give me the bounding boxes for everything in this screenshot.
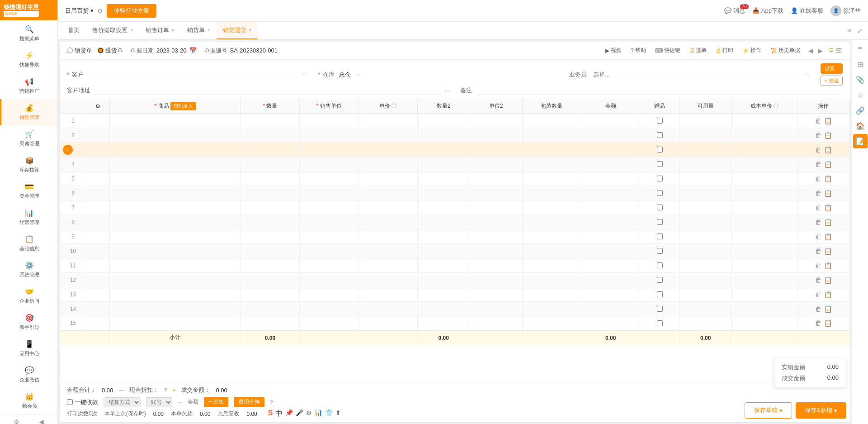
- split-btn[interactable]: 费用分摊: [234, 397, 264, 407]
- delete-icon[interactable]: 🗑: [815, 262, 821, 269]
- row-pkg[interactable]: [522, 128, 581, 143]
- one-click-label[interactable]: 一键收款: [67, 398, 98, 406]
- row-pkg[interactable]: [522, 143, 581, 157]
- remark-input[interactable]: [476, 86, 843, 95]
- sidebar-item-enterprise[interactable]: 🤝 企业协同: [0, 283, 57, 309]
- save-new-btn[interactable]: 保存&新增 ▾: [796, 402, 846, 419]
- col-gear[interactable]: ⚙: [86, 99, 109, 114]
- tab-sales-delivery[interactable]: 销货单 ×: [181, 22, 217, 39]
- row-goods[interactable]: [110, 143, 241, 157]
- row-amount[interactable]: [581, 128, 640, 143]
- delete-icon[interactable]: 🗑: [815, 219, 821, 226]
- address-dots[interactable]: ···: [445, 87, 449, 94]
- grid-view-btn[interactable]: ⊞: [835, 45, 843, 56]
- history-btn[interactable]: 📜 历史单据: [768, 46, 803, 55]
- link-icon-btn[interactable]: 🔗: [853, 103, 868, 118]
- row-qty[interactable]: [241, 128, 299, 143]
- tab-close-icon[interactable]: ×: [208, 28, 210, 33]
- copy-icon[interactable]: 📋: [824, 161, 832, 168]
- radio-return[interactable]: 退货单: [98, 47, 123, 55]
- gift-checkbox[interactable]: [657, 277, 663, 283]
- row-cost[interactable]: [732, 128, 797, 143]
- cost-help-icon[interactable]: ⓘ: [774, 103, 778, 109]
- shortcut-btn[interactable]: ⌨ 快捷键: [652, 46, 683, 55]
- row-gift[interactable]: [640, 128, 679, 143]
- salesperson-dots[interactable]: ···: [805, 71, 809, 78]
- save-draft-btn[interactable]: 保存草稿 ▾: [745, 402, 792, 419]
- sidebar-item-shortcuts[interactable]: ⚡ 快捷导航: [0, 47, 57, 73]
- tab-close-icon[interactable]: ×: [172, 28, 175, 33]
- add-btn[interactable]: + 添加: [204, 397, 228, 407]
- gift-checkbox[interactable]: [657, 132, 663, 138]
- message-btn[interactable]: 💬 70 消息: [724, 7, 745, 15]
- customer-input[interactable]: [88, 70, 300, 79]
- delete-icon[interactable]: 🗑: [815, 175, 821, 182]
- video-btn[interactable]: ▶ 视频: [603, 46, 624, 55]
- operate-btn[interactable]: ⚡ 操作: [740, 46, 764, 55]
- row-amount[interactable]: [581, 143, 640, 157]
- row-unit[interactable]: [300, 128, 359, 143]
- salesperson-input[interactable]: [591, 70, 800, 79]
- tab-close-icon[interactable]: ×: [249, 28, 252, 33]
- gift-checkbox[interactable]: [657, 306, 663, 312]
- gift-checkbox[interactable]: [657, 190, 663, 196]
- tab-close-icon[interactable]: ×: [130, 28, 133, 33]
- gift-checkbox[interactable]: [657, 320, 663, 326]
- sidebar-item-purchase[interactable]: 🛒 采购管理: [0, 125, 57, 152]
- delete-icon[interactable]: 🗑: [815, 291, 821, 298]
- delete-icon[interactable]: 🗑: [815, 204, 821, 211]
- gift-checkbox[interactable]: [657, 176, 663, 181]
- calendar-icon[interactable]: 📅: [189, 47, 197, 54]
- copy-icon[interactable]: 📋: [824, 248, 832, 255]
- copy-icon[interactable]: 📋: [824, 262, 832, 269]
- question-icon[interactable]: ?: [164, 387, 167, 393]
- copy-icon[interactable]: 📋: [824, 291, 832, 298]
- log-icon-btn[interactable]: 📝: [853, 134, 868, 148]
- sidebar-item-wechat[interactable]: 💬 企业微信: [0, 362, 57, 388]
- close-tab-icon[interactable]: ×: [846, 27, 854, 35]
- delete-icon[interactable]: 🗑: [815, 161, 821, 168]
- row-price[interactable]: [359, 143, 417, 157]
- row-qty[interactable]: [241, 114, 299, 128]
- price-help-icon[interactable]: ⓘ: [392, 103, 396, 109]
- next-arrow[interactable]: ▶: [816, 46, 825, 55]
- row-qty2[interactable]: [417, 128, 470, 143]
- attachment-icon-btn[interactable]: 📎: [853, 72, 868, 87]
- copy-row-icon[interactable]: 📋: [824, 117, 832, 124]
- sidebar-item-member[interactable]: 👑 畅会员: [0, 388, 57, 414]
- account-dots[interactable]: ···: [178, 399, 182, 405]
- home-icon-btn[interactable]: 🏠: [853, 119, 868, 133]
- sidebar-item-search[interactable]: 🔍 搜索菜单: [0, 20, 57, 47]
- gift-checkbox[interactable]: [657, 219, 663, 225]
- sidebar-item-basic-info[interactable]: 📋 基础信息: [0, 230, 57, 257]
- gift-checkbox[interactable]: [657, 118, 663, 124]
- delete-icon[interactable]: 🗑: [815, 319, 821, 327]
- prev-arrow[interactable]: ◀: [807, 46, 815, 55]
- row-gift[interactable]: [640, 143, 679, 157]
- app-download-btn[interactable]: 📥 App下载: [752, 7, 783, 15]
- industry-selector[interactable]: 日用百货 ▾: [65, 7, 94, 15]
- sidebar-item-marketing[interactable]: 📢 营销推广: [0, 73, 57, 99]
- account-select[interactable]: 账号: [146, 397, 172, 407]
- online-service-btn[interactable]: 👤 在线客服: [791, 7, 823, 15]
- collapse-icon[interactable]: ◀: [39, 418, 44, 424]
- radio-sales-input[interactable]: [67, 48, 73, 53]
- delete-icon[interactable]: 🗑: [815, 248, 821, 255]
- delete-icon[interactable]: 🗑: [815, 276, 821, 284]
- sidebar-item-finance[interactable]: 💳 资金管理: [0, 178, 57, 204]
- gift-checkbox[interactable]: [657, 291, 663, 297]
- copy-icon[interactable]: 📋: [824, 233, 832, 240]
- row-unit2[interactable]: [470, 114, 522, 128]
- copy-icon[interactable]: 📋: [824, 204, 832, 211]
- goods-input[interactable]: [113, 147, 238, 153]
- sidebar-item-inventory[interactable]: 📦 库存核算: [0, 152, 57, 178]
- settings-btn[interactable]: 设置: [821, 63, 843, 74]
- copy-row-icon[interactable]: 📋: [824, 146, 832, 153]
- copy-icon[interactable]: 📋: [824, 305, 832, 313]
- row-amount[interactable]: [581, 114, 640, 128]
- delete-icon[interactable]: 🗑: [815, 233, 821, 240]
- radio-return-input[interactable]: [98, 48, 104, 53]
- row-unit[interactable]: [300, 143, 359, 157]
- tab-home[interactable]: 首页: [61, 22, 86, 39]
- delete-icon[interactable]: 🗑: [815, 305, 821, 313]
